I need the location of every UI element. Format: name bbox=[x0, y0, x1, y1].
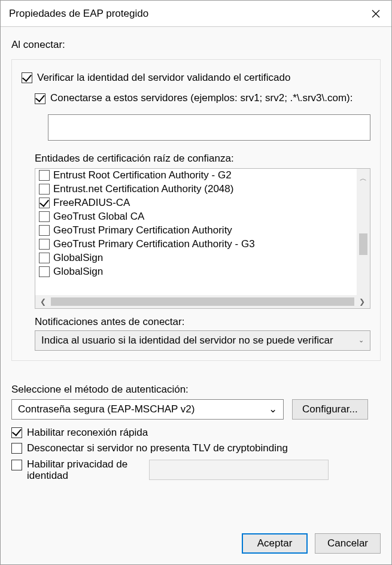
vertical-scroll-thumb[interactable] bbox=[359, 233, 367, 255]
trusted-ca-items: Entrust Root Certification Authority - G… bbox=[35, 169, 357, 295]
ca-item[interactable]: Entrust.net Certification Authority (204… bbox=[35, 183, 357, 196]
connect-servers-checkbox[interactable] bbox=[35, 93, 45, 104]
fast-reconnect-checkbox[interactable] bbox=[11, 427, 22, 438]
ca-item[interactable]: FreeRADIUS-CA bbox=[35, 196, 357, 210]
scroll-right-icon: ❯ bbox=[359, 297, 365, 306]
identity-privacy-checkbox[interactable] bbox=[11, 460, 22, 470]
ca-item-label: GeoTrust Primary Certification Authority… bbox=[53, 238, 255, 250]
ca-item[interactable]: GeoTrust Primary Certification Authority… bbox=[35, 238, 357, 251]
configure-button[interactable]: Configurar... bbox=[292, 399, 368, 420]
horizontal-scrollbar[interactable]: ❮ ❯ bbox=[35, 295, 370, 308]
client-area: Al conectar: Verificar la identidad del … bbox=[1, 27, 391, 525]
identity-privacy-label[interactable]: Habilitar privacidad de identidad bbox=[27, 458, 143, 482]
verify-certificate-checkbox[interactable] bbox=[22, 72, 32, 83]
verify-certificate-label[interactable]: Verificar la identidad del servidor vali… bbox=[37, 72, 290, 84]
ok-button[interactable]: Aceptar bbox=[242, 533, 308, 554]
auth-method-selected: Contraseña segura (EAP-MSCHAP v2) bbox=[18, 403, 195, 415]
trusted-ca-label: Entidades de certificación raíz de confi… bbox=[35, 153, 370, 165]
connect-servers-row: Conectarse a estos servidores (ejemplos:… bbox=[35, 92, 370, 104]
fast-reconnect-row: Habilitar reconexión rápida bbox=[11, 427, 381, 439]
ca-item[interactable]: GlobalSign bbox=[35, 251, 357, 265]
notifications-dropdown[interactable]: Indica al usuario si la identidad del se… bbox=[35, 330, 370, 351]
scroll-up-icon: ︿ bbox=[360, 174, 367, 184]
fast-reconnect-label[interactable]: Habilitar reconexión rápida bbox=[27, 427, 148, 439]
title-bar: Propiedades de EAP protegido bbox=[1, 1, 391, 27]
close-button[interactable] bbox=[360, 1, 391, 27]
ca-item-checkbox[interactable] bbox=[39, 184, 50, 195]
ca-item-checkbox[interactable] bbox=[39, 170, 50, 181]
connect-group: Verificar la identidad del servidor vali… bbox=[11, 59, 381, 361]
identity-input bbox=[149, 460, 329, 480]
ca-item-label: GlobalSign bbox=[53, 266, 103, 278]
connect-subgroup: Conectarse a estos servidores (ejemplos:… bbox=[35, 92, 370, 350]
disconnect-tlv-checkbox[interactable] bbox=[11, 443, 22, 454]
ca-item-label: FreeRADIUS-CA bbox=[53, 197, 130, 209]
ca-item-checkbox[interactable] bbox=[39, 253, 50, 263]
identity-privacy-row: Habilitar privacidad de identidad bbox=[11, 458, 381, 482]
connect-servers-label[interactable]: Conectarse a estos servidores (ejemplos:… bbox=[50, 92, 353, 104]
chevron-down-icon: ⌄ bbox=[269, 403, 277, 415]
ca-item-checkbox[interactable] bbox=[39, 225, 50, 236]
ca-item-checkbox[interactable] bbox=[39, 266, 50, 277]
ca-item[interactable]: GeoTrust Primary Certification Authority bbox=[35, 224, 357, 238]
disconnect-tlv-label[interactable]: Desconectar si servidor no presenta TLV … bbox=[27, 442, 288, 454]
disconnect-tlv-row: Desconectar si servidor no presenta TLV … bbox=[11, 442, 381, 454]
chevron-down-icon: ⌄ bbox=[358, 336, 364, 344]
auth-method-dropdown[interactable]: Contraseña segura (EAP-MSCHAP v2) ⌄ bbox=[11, 399, 284, 420]
horizontal-scroll-thumb[interactable] bbox=[51, 297, 354, 306]
ca-item-label: Entrust.net Certification Authority (204… bbox=[53, 183, 233, 195]
ca-item-label: GeoTrust Primary Certification Authority bbox=[53, 224, 232, 236]
close-icon bbox=[372, 10, 380, 18]
dialog-actions: Aceptar Cancelar bbox=[1, 525, 391, 564]
ca-item-label: GeoTrust Global CA bbox=[53, 211, 144, 223]
ca-item-checkbox[interactable] bbox=[39, 198, 50, 208]
auth-section: Seleccione el método de autenticación: C… bbox=[11, 381, 381, 482]
trusted-ca-listbox[interactable]: Entrust Root Certification Authority - G… bbox=[35, 168, 370, 309]
ca-item-label: GlobalSign bbox=[53, 252, 103, 264]
notifications-selected: Indica al usuario si la identidad del se… bbox=[41, 335, 333, 347]
notifications-label: Notificaciones antes de conectar: bbox=[35, 316, 370, 328]
server-names-input[interactable] bbox=[48, 114, 370, 141]
ca-item-checkbox[interactable] bbox=[39, 211, 50, 222]
ca-item-label: Entrust Root Certification Authority - G… bbox=[53, 169, 232, 181]
ca-item[interactable]: GeoTrust Global CA bbox=[35, 210, 357, 224]
ca-item-checkbox[interactable] bbox=[39, 239, 50, 250]
ca-item[interactable]: Entrust Root Certification Authority - G… bbox=[35, 169, 357, 183]
window-title: Propiedades de EAP protegido bbox=[9, 8, 148, 20]
vertical-scrollbar[interactable]: ︿ bbox=[357, 169, 370, 295]
verify-certificate-row: Verificar la identidad del servidor vali… bbox=[22, 72, 370, 84]
ca-item[interactable]: GlobalSign bbox=[35, 265, 357, 279]
auth-heading: Seleccione el método de autenticación: bbox=[11, 384, 381, 396]
cancel-button[interactable]: Cancelar bbox=[315, 533, 381, 554]
scroll-left-icon: ❮ bbox=[40, 297, 46, 306]
connect-heading: Al conectar: bbox=[11, 39, 381, 51]
